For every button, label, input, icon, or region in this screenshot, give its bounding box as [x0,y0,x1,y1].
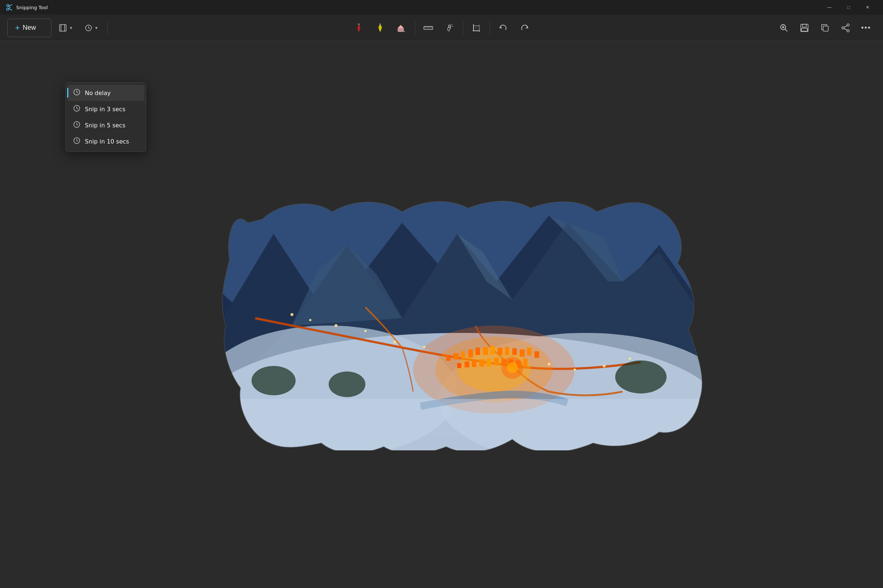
svg-point-95 [329,372,366,397]
touch-writing-button[interactable] [440,18,459,38]
svg-point-88 [393,340,396,344]
share-icon [841,23,850,33]
svg-point-84 [290,313,293,316]
svg-line-108 [77,124,78,125]
svg-marker-19 [398,25,404,28]
svg-rect-83 [523,358,528,366]
eraser-button[interactable] [392,18,411,38]
redo-icon [520,23,529,33]
save-button[interactable] [795,18,814,38]
svg-rect-76 [472,360,476,367]
crop-button[interactable] [467,18,486,38]
minimize-button[interactable]: — [820,0,839,15]
maximize-button[interactable]: □ [839,0,858,15]
svg-rect-73 [534,351,539,358]
svg-rect-78 [487,358,491,367]
svg-point-0 [7,4,9,7]
close-button[interactable]: ✕ [858,0,877,15]
toolbar-divider-4 [490,21,490,34]
svg-rect-64 [468,350,473,357]
svg-line-105 [77,108,78,109]
svg-rect-79 [494,358,499,365]
svg-point-89 [423,346,425,348]
svg-line-38 [785,29,787,31]
svg-rect-68 [498,348,502,355]
svg-line-2 [9,4,12,6]
svg-line-111 [77,141,78,141]
new-button-label: New [23,24,36,32]
svg-rect-65 [476,348,480,355]
no-delay-label: No delay [85,90,111,96]
delay-10sec-item[interactable]: Snip in 10 secs [67,133,144,149]
svg-point-91 [574,369,576,371]
svg-rect-39 [801,24,808,32]
mode-chevron-icon: ▼ [69,26,73,30]
save-icon [800,23,809,33]
svg-rect-74 [457,363,461,368]
clock-10sec-icon [73,137,80,146]
svg-rect-61 [446,355,451,361]
right-tools: ••• [774,18,875,38]
svg-rect-70 [512,348,517,355]
svg-rect-42 [823,26,828,31]
highlighter-icon [375,23,385,33]
ballpoint-pen-icon [354,23,364,33]
toolbar-divider-1 [107,21,108,34]
minimize-icon: — [827,5,832,10]
svg-rect-77 [479,359,484,367]
titlebar: Snipping Tool — □ ✕ [0,0,883,15]
svg-point-43 [847,24,849,26]
svg-point-93 [629,357,631,360]
snip-3sec-label: Snip in 3 secs [85,106,125,112]
svg-point-45 [842,27,844,29]
svg-rect-72 [527,348,531,356]
delay-3sec-item[interactable]: Snip in 3 secs [67,101,144,117]
copy-button[interactable] [815,18,835,38]
svg-rect-40 [803,24,806,27]
more-options-button[interactable]: ••• [857,18,875,38]
svg-line-46 [844,26,847,27]
svg-rect-62 [454,353,459,360]
highlighter-button[interactable] [371,18,390,38]
svg-rect-71 [520,350,525,357]
share-button[interactable] [836,18,855,38]
svg-rect-66 [483,347,488,355]
toolbar-divider-2 [415,21,415,34]
touch-writing-icon [444,23,455,33]
content-area: No delay Snip in 3 secs Snip in 5 se [0,41,883,588]
svg-rect-34 [474,26,479,31]
center-tools [112,18,771,38]
toolbar-divider-3 [463,21,463,34]
delay-button[interactable]: ▼ [80,19,103,37]
svg-point-92 [603,364,606,368]
svg-rect-99 [218,399,703,450]
clock-5sec-icon [73,121,80,130]
svg-point-96 [615,360,666,393]
svg-rect-63 [461,351,465,358]
snip-mode-button[interactable]: ▼ [54,19,78,37]
svg-point-85 [309,319,311,321]
svg-rect-17 [379,24,381,25]
zoom-in-button[interactable] [774,18,793,38]
svg-point-94 [251,366,296,395]
svg-point-98 [507,362,518,373]
svg-rect-67 [490,346,495,354]
crop-icon [471,23,481,33]
ballpoint-pen-button[interactable] [349,18,369,38]
clock-3sec-icon [73,105,80,113]
redo-button[interactable] [515,18,534,38]
maximize-icon: □ [847,5,850,10]
delay-chevron-icon: ▼ [95,26,98,30]
ruler-button[interactable] [419,18,438,38]
svg-point-44 [847,30,849,32]
svg-point-87 [364,330,367,332]
delay-no-delay-item[interactable]: No delay [67,85,144,101]
undo-button[interactable] [493,18,513,38]
toolbar: + New ▼ ▼ [0,15,883,41]
svg-rect-75 [465,362,469,368]
delay-5sec-item[interactable]: Snip in 5 secs [67,117,144,133]
svg-point-86 [335,324,338,327]
snip-mode-icon [59,24,67,32]
undo-icon [498,23,508,33]
new-button[interactable]: + New [8,19,51,37]
